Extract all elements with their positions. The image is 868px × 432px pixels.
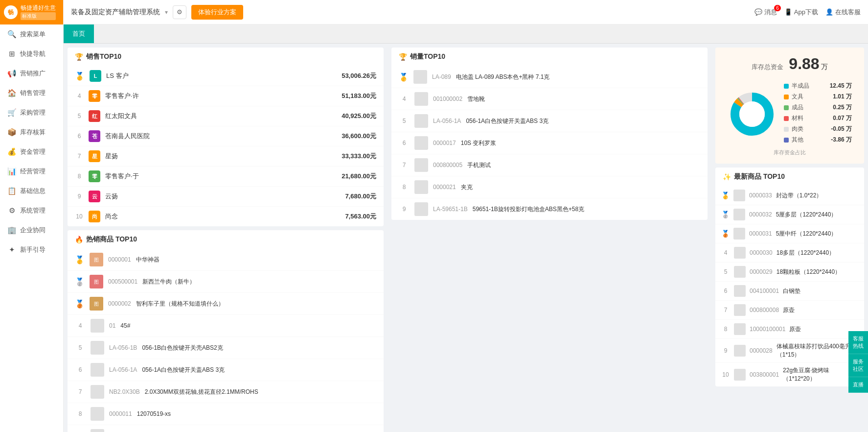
app-download-button[interactable]: 📱 App下载 — [784, 8, 818, 17]
customer-name: 零售客户·于 — [105, 172, 337, 181]
list-item: 4 0000030 18多层（1220*2440） — [715, 243, 864, 263]
legend-item: 半成品 12.45 万 — [784, 82, 852, 90]
finance-icon: 💰 — [7, 147, 16, 156]
rank-num: 5 — [75, 344, 86, 351]
system-icon: ⚙ — [7, 206, 16, 215]
sidebar-item-purchase[interactable]: 🛒 采购管理 — [0, 103, 63, 122]
product-name: 中华神器 — [136, 256, 376, 264]
message-button[interactable]: 💬 消息 6 — [754, 8, 777, 17]
list-item: 8 0000021 夹克 — [391, 176, 708, 198]
product-image — [414, 136, 428, 150]
sidebar-item-company[interactable]: 🏢 企业协同 — [0, 220, 63, 240]
svg-rect-26 — [733, 190, 745, 201]
system-dropdown[interactable]: ▾ — [165, 9, 168, 16]
float-btn-community[interactable]: 服务 社区 — [848, 354, 868, 377]
sidebar-item-inventory[interactable]: 📦 库存核算 — [0, 122, 63, 142]
sidebar-item-search[interactable]: 🔍 搜索菜单 — [0, 24, 63, 44]
settings-button[interactable]: ⚙ — [173, 5, 186, 19]
legend-dot — [784, 84, 789, 89]
customer-amount: 33,333.00元 — [342, 152, 376, 161]
avatar: 星 — [89, 150, 100, 162]
sidebar-item-sales[interactable]: 🏠 销售管理 — [0, 83, 63, 103]
product-name: 2.0X30MM双搓花轴,搓花直径2.1MM/ROHS — [145, 388, 376, 396]
rank-num: 5 — [721, 268, 730, 275]
product-code: 0000029 — [750, 268, 773, 275]
newest-product-image — [734, 266, 746, 278]
product-code: 000500001 — [108, 278, 137, 285]
hot-products-title: 🔥 热销商品 TOP10 — [68, 230, 384, 249]
float-btn-service[interactable]: 客服 热线 — [848, 331, 868, 354]
logo-icon: 畅 — [4, 5, 18, 19]
list-item: 7 NB2.0X30B 2.0X30MM双搓花轴,搓花直径2.1MM/ROHS — [68, 381, 384, 403]
legend-item: 材料 0.07 万 — [784, 114, 852, 122]
product-name: 原壶 — [783, 306, 858, 314]
rank-num: 6 — [75, 366, 86, 373]
rank-num: 8 — [75, 410, 86, 417]
sidebar-item-marketing[interactable]: 📢 营销推广 — [0, 64, 63, 83]
legend-dot — [784, 127, 789, 132]
sidebar-item-newguide[interactable]: ✦ 新手引导 — [0, 240, 63, 260]
svg-rect-16 — [414, 158, 428, 172]
sidebar-item-finance[interactable]: 💰 资金管理 — [0, 142, 63, 162]
medal-icon: 🥉 — [721, 230, 730, 238]
svg-rect-12 — [413, 70, 427, 84]
list-item: 7 000800008 原壶 — [715, 301, 864, 320]
medal-icon: 🥈 — [75, 277, 85, 287]
product-code: 01 — [109, 322, 115, 329]
top-products-sales-title: 🏆 销量TOP10 — [391, 48, 708, 66]
product-name: 12070519-xs — [137, 410, 376, 417]
float-btn-live[interactable]: 直播 — [848, 377, 868, 393]
tab-home[interactable]: 首页 — [64, 24, 94, 43]
trial-button[interactable]: 体验行业方案 — [191, 5, 243, 20]
avatar: 云 — [89, 191, 100, 202]
product-name: 体械嘉枝味苏打饮品400毫升（1*15） — [777, 342, 858, 359]
sidebar-item-label: 库存核算 — [20, 128, 46, 137]
product-name: 夹克 — [461, 183, 700, 192]
sidebar-item-label: 系统管理 — [20, 206, 46, 215]
customer-table: 🥇 L LS 客户 53,006.26元 4 零 零售客户·许 51,183.0… — [68, 66, 384, 226]
topbar: 装备及固定资产辅助管理系统 ▾ ⚙ 体验行业方案 💬 消息 6 📱 App下载 … — [64, 0, 868, 24]
svg-rect-14 — [414, 114, 428, 128]
product-code: 0000001 — [108, 256, 131, 263]
product-code: 000800008 — [750, 307, 779, 313]
product-image — [414, 202, 428, 216]
medal-icon: 🥇 — [75, 255, 85, 264]
list-item: 🥈 0000032 5厘多层（1220*2440） — [715, 205, 864, 224]
rank-num: 8 — [399, 184, 410, 191]
sidebar-item-quicknav[interactable]: ⊞ 快捷导航 — [0, 44, 63, 64]
chart-label: 库存资金占比 — [723, 149, 857, 156]
search-icon: 🔍 — [7, 30, 16, 39]
rank-num: 4 — [75, 93, 84, 99]
rank-num: 4 — [75, 322, 86, 329]
sidebar-item-system[interactable]: ⚙ 系统管理 — [0, 201, 63, 220]
product-image — [91, 385, 104, 399]
hot-products-card: 🔥 热销商品 TOP10 🥇 图 0000001 中华神器 — [68, 230, 384, 432]
product-image: 图 — [90, 253, 103, 266]
sidebar-item-label: 采购管理 — [20, 108, 46, 117]
logo-text: 畅捷通好生意 标准版 — [21, 4, 56, 20]
sidebar-item-basics[interactable]: 📋 基础信息 — [0, 181, 63, 201]
hot-products-list: 🥇 图 0000001 中华神器 🥈 图 — [68, 249, 384, 432]
sales-product-list: 🥇 LA-089 电池盖 LA-089 ABS本色+黑种 7.1克 4 — [391, 66, 708, 220]
product-code: 004100001 — [750, 288, 779, 294]
customer-amount: 51,183.00元 — [342, 92, 376, 100]
right-panel: 库存总资金 9.88 万 — [711, 44, 868, 432]
list-item: 6 004100001 白钢垫 — [715, 282, 864, 301]
table-row: 9 云 云扬 7,680.00元 — [68, 187, 384, 207]
rank-num: 6 — [721, 288, 730, 294]
svg-rect-10 — [91, 407, 104, 421]
svg-rect-29 — [734, 247, 746, 259]
medal-icon: 🥇 — [721, 192, 730, 199]
product-code: 10000100001 — [750, 326, 785, 333]
sidebar-item-operations[interactable]: 📊 经营管理 — [0, 162, 63, 181]
product-image — [91, 429, 104, 432]
rank-num: 5 — [75, 113, 84, 120]
list-item: 9 KK-SD22110H 花语萌恒温分腿睡袋（厚款） — [68, 425, 384, 432]
service-icon: 👤 — [825, 8, 833, 16]
marketing-icon: 📢 — [7, 69, 16, 78]
product-name: 原壶 — [789, 325, 858, 334]
online-service-button[interactable]: 👤 在线客服 — [825, 8, 861, 17]
sidebar-item-label: 资金管理 — [20, 147, 46, 156]
svg-rect-35 — [734, 369, 746, 381]
customer-amount: 40,925.00元 — [342, 112, 376, 120]
